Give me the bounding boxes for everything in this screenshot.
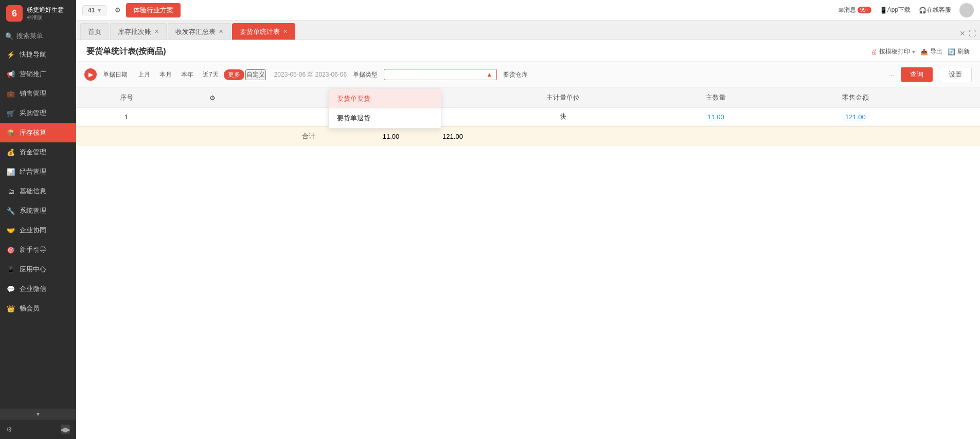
quick-nav-label: 快捷导航 — [20, 50, 46, 59]
marketing-icon: 📢 — [6, 70, 15, 78]
table-settings-icon: ⚙ — [209, 94, 216, 102]
member-icon: 👑 — [6, 305, 15, 313]
print-btn[interactable]: 🖨 按模板打印 ▾ — [871, 47, 915, 56]
export-icon: 📤 — [920, 48, 928, 56]
cell-unit: 块 — [474, 108, 652, 126]
cell-amount: 121.00 — [779, 108, 932, 126]
sidebar-item-wechat[interactable]: 💬 企业微信 — [0, 279, 76, 299]
export-btn[interactable]: 📤 导出 — [920, 47, 942, 56]
sales-icon: 💼 — [6, 90, 15, 98]
tab-home[interactable]: 首页 — [80, 23, 109, 40]
purchase-icon: 🛒 — [6, 109, 15, 117]
tab-order-stats[interactable]: 要货单统计表 ✕ — [232, 23, 295, 40]
dropdown-item-order-return[interactable]: 要货单退货 — [329, 108, 441, 128]
tab-inventory-batch[interactable]: 库存批次账 ✕ — [110, 23, 167, 40]
collapse-btn[interactable]: ◀▶ — [61, 425, 70, 434]
finance-label: 资金管理 — [20, 148, 46, 157]
col-settings[interactable]: ⚙ — [176, 88, 249, 108]
system-label: 系统管理 — [20, 206, 46, 215]
table-container: 序号 ⚙ 商品 主计量单位 主数量 — [76, 88, 980, 126]
page-title: 要货单统计表(按商品) — [86, 46, 166, 57]
topbar-left: 41 ▾ ⚙ 体验行业方案 — [82, 3, 839, 17]
app-label: App下载 — [887, 6, 911, 14]
settings-footer-icon[interactable]: ⚙ — [6, 426, 12, 433]
sidebar-item-basic[interactable]: 🗂 基础信息 — [0, 181, 76, 201]
tab-receipt-summary[interactable]: 收发存汇总表 ✕ — [168, 23, 231, 40]
sidebar-item-quick-nav[interactable]: ⚡ 快捷导航 — [0, 45, 76, 64]
sidebar-scroll-down[interactable]: ▼ — [0, 409, 76, 419]
print-chevron-icon: ▾ — [912, 48, 915, 56]
date-up-btn[interactable]: 上月 — [134, 69, 154, 81]
date-more-btn[interactable]: 更多 — [224, 69, 244, 80]
footer-total-label: 合计 — [257, 132, 360, 141]
app-download-btn[interactable]: 📱 App下载 — [880, 6, 911, 14]
search-icon: 🔍 — [5, 32, 13, 40]
sidebar-item-inventory[interactable]: 📦 库存核算 — [0, 123, 76, 142]
sidebar-search-label: 搜索菜单 — [16, 31, 43, 41]
refresh-label: 刷新 — [957, 47, 970, 56]
tab-order-stats-close[interactable]: ✕ — [283, 28, 288, 35]
refresh-btn[interactable]: 🔄 刷新 — [948, 47, 970, 56]
dropdown-item-order-goods[interactable]: 要货单要货 — [329, 89, 441, 108]
print-label: 按模板打印 — [879, 47, 910, 56]
tab-close-all-icon[interactable]: ✕ — [959, 29, 966, 38]
tag-count-btn[interactable]: 41 ▾ — [82, 5, 106, 15]
type-select[interactable]: ▲ — [384, 69, 497, 80]
tabs-bar: 首页 库存批次账 ✕ 收发存汇总表 ✕ 要货单统计表 ✕ ✕ ⛶ — [76, 21, 980, 40]
topbar-right: ✉ 消息 99+ 📱 App下载 🎧 在线客服 — [839, 3, 974, 17]
tab-expand-icon[interactable]: ⛶ — [969, 29, 976, 38]
filter-more-icon[interactable]: ··· — [889, 71, 895, 79]
sidebar-item-system[interactable]: 🔧 系统管理 — [0, 201, 76, 221]
service-label: 在线客服 — [926, 6, 951, 14]
date-current-btn[interactable]: 本月 — [155, 69, 176, 81]
tab-home-label: 首页 — [88, 27, 101, 36]
sidebar-item-sales[interactable]: 💼 销售管理 — [0, 84, 76, 103]
trial-btn[interactable]: 体验行业方案 — [126, 3, 181, 17]
sales-label: 销售管理 — [20, 89, 46, 98]
sidebar-item-member[interactable]: 👑 畅会员 — [0, 299, 76, 318]
col-amount: 零售金额 — [779, 88, 932, 108]
tab-inventory-batch-close[interactable]: ✕ — [154, 28, 159, 35]
filter-settings-btn[interactable]: 设置 — [939, 67, 972, 82]
sidebar-item-purchase[interactable]: 🛒 采购管理 — [0, 103, 76, 123]
filter-expand-btn[interactable]: ▶ — [84, 68, 97, 81]
topbar-settings-icon[interactable]: ⚙ — [115, 6, 121, 14]
refresh-icon: 🔄 — [948, 48, 955, 56]
print-icon: 🖨 — [871, 48, 877, 56]
sidebar-nav: ⚡ 快捷导航 📢 营销推广 💼 销售管理 🛒 采购管理 📦 库存核算 💰 资金管… — [0, 45, 76, 409]
cell-extra — [932, 108, 980, 126]
business-icon: 📊 — [6, 168, 15, 176]
sidebar-footer: ⚙ ◀▶ — [0, 419, 76, 439]
date-custom-btn[interactable]: 自定义 — [245, 69, 266, 80]
sidebar-item-guide[interactable]: 🎯 新手引导 — [0, 240, 76, 260]
warehouse-label: 要货仓库 — [503, 70, 528, 79]
tab-receipt-summary-close[interactable]: ✕ — [219, 28, 223, 35]
message-btn[interactable]: ✉ 消息 99+ — [839, 6, 871, 14]
wechat-label: 企业微信 — [20, 284, 46, 294]
query-btn[interactable]: 查询 — [901, 67, 933, 82]
sidebar-search[interactable]: 🔍 搜索菜单 — [0, 27, 76, 45]
system-icon: 🔧 — [6, 207, 15, 215]
tab-receipt-summary-label: 收发存汇总表 — [175, 27, 216, 36]
topbar: 41 ▾ ⚙ 体验行业方案 ✉ 消息 99+ 📱 App下载 🎧 在线客服 — [76, 0, 980, 21]
member-label: 畅会员 — [20, 304, 40, 313]
sidebar-item-apps[interactable]: 📱 应用中心 — [0, 260, 76, 279]
sidebar-item-finance[interactable]: 💰 资金管理 — [0, 142, 76, 162]
message-badge: 99+ — [858, 7, 871, 13]
footer-qty: 11.00 — [360, 133, 422, 140]
date-year-btn[interactable]: 本年 — [177, 69, 198, 81]
table-header-row: 序号 ⚙ 商品 主计量单位 主数量 — [76, 88, 980, 108]
export-label: 导出 — [930, 47, 942, 56]
guide-label: 新手引导 — [20, 245, 46, 254]
service-btn[interactable]: 🎧 在线客服 — [919, 6, 951, 14]
sidebar-item-business[interactable]: 📊 经营管理 — [0, 162, 76, 181]
col-no: 序号 — [76, 88, 176, 108]
sidebar-item-marketing[interactable]: 📢 营销推广 — [0, 64, 76, 84]
date-range: 2023-05-06 至 2023-06-06 — [274, 70, 347, 79]
avatar[interactable] — [959, 3, 974, 17]
page-header: 要货单统计表(按商品) 🖨 按模板打印 ▾ 📤 导出 🔄 刷新 — [76, 40, 980, 62]
logo-name: 畅捷通好生意 — [27, 6, 64, 14]
purchase-label: 采购管理 — [20, 108, 46, 118]
date-7days-btn[interactable]: 近7天 — [199, 69, 223, 81]
sidebar-item-collab[interactable]: 🤝 企业协同 — [0, 221, 76, 240]
